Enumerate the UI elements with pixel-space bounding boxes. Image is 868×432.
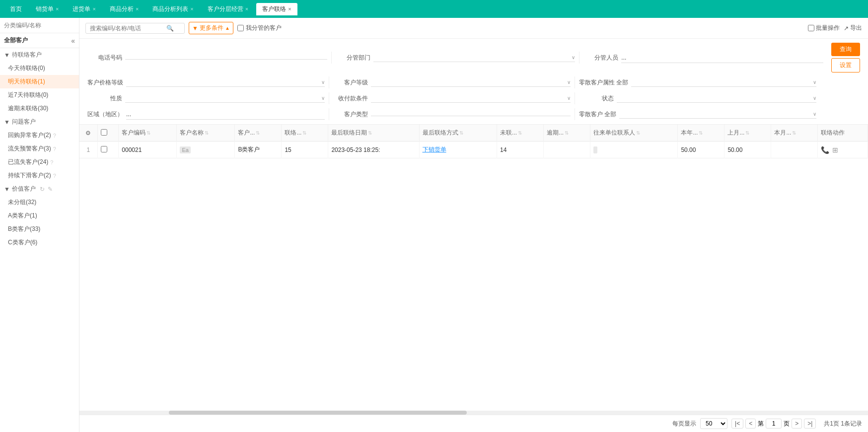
value-label: 价值客户: [12, 185, 36, 193]
search-bar: 🔍 ▼ 更多条件 ▲ 我分管的客户 批量操作 ↗ 导出: [79, 18, 868, 39]
sort-method-icon[interactable]: ⇅: [459, 130, 463, 136]
select-all-checkbox[interactable]: [101, 129, 107, 136]
continuous-drop-label: 持续下滑客户(2): [8, 171, 51, 180]
sidebar-group-pending[interactable]: ▼ 待联络客户: [0, 48, 79, 62]
all-customers-header[interactable]: 全部客户 «: [0, 33, 79, 48]
my-customers-checkbox[interactable]: [237, 25, 244, 31]
filter-customer-level-select[interactable]: ∨: [371, 78, 571, 87]
problem-label: 问题客户: [12, 118, 36, 126]
filter-payment-arrow: ∨: [567, 95, 571, 101]
sort-year-icon[interactable]: ⇅: [699, 130, 703, 136]
search-input-icon[interactable]: 🔍: [166, 25, 174, 32]
filter-payment: 收付款条件 ∨: [333, 94, 571, 103]
sidebar-item-overdue[interactable]: 逾期未联络(30): [0, 102, 79, 115]
horizontal-scrollbar[interactable]: [79, 411, 868, 415]
sidebar-item-tomorrow[interactable]: 明天待联络(1): [0, 75, 79, 88]
filter-person-select[interactable]: ...: [621, 53, 823, 63]
row-checkbox-cell[interactable]: [97, 142, 119, 158]
filter-dept-arrow: ∨: [572, 55, 575, 60]
nav-sales-close[interactable]: ×: [56, 6, 59, 12]
row-method-cell[interactable]: 下销货单: [419, 142, 497, 158]
export-btn[interactable]: ↗ 导出: [844, 24, 862, 32]
pager-last-btn[interactable]: >|: [804, 419, 816, 429]
sidebar: 🔍 全部客户 « ▼ 待联络客户 今天待联络(0) 明天待联络(1) 近7天待联…: [0, 18, 79, 432]
filter-phone-input[interactable]: [125, 56, 327, 60]
filter-payment-select[interactable]: ∨: [371, 94, 571, 103]
sidebar-item-today[interactable]: 今天待联络(0): [0, 62, 79, 75]
sort-last-month-icon[interactable]: ⇅: [745, 130, 749, 136]
batch-btn[interactable]: 批量操作: [808, 24, 840, 32]
sort-type-icon[interactable]: ⇅: [256, 130, 260, 136]
sort-this-month-icon[interactable]: ⇅: [792, 130, 796, 136]
value-refresh-icon[interactable]: ↻: [40, 186, 45, 193]
sidebar-group-problem[interactable]: ▼ 问题客户: [0, 115, 79, 129]
settings-btn[interactable]: 设置: [831, 58, 860, 72]
pager-next-btn[interactable]: >: [792, 419, 802, 429]
filter-retail-attr-select[interactable]: ∨: [631, 78, 816, 87]
row-actions-cell: 📞 ⊞: [818, 142, 868, 158]
my-customers-checkbox-label[interactable]: 我分管的客户: [237, 24, 282, 32]
filter-price-level-select[interactable]: ∨: [126, 78, 325, 87]
sidebar-item-c-class[interactable]: C类客户(6): [0, 236, 79, 249]
sort-unit-icon[interactable]: ⇅: [636, 130, 640, 136]
sidebar-item-lost[interactable]: 已流失客户(24) ?: [0, 155, 79, 169]
sidebar-item-b-class[interactable]: B类客户(33): [0, 222, 79, 236]
filter-status-select[interactable]: ∨: [617, 94, 816, 103]
sidebar-item-a-class[interactable]: A类客户(1): [0, 209, 79, 222]
sort-no-contact-icon[interactable]: ⇅: [518, 130, 522, 136]
sort-overdue-icon[interactable]: ⇅: [565, 130, 569, 136]
pager-first-btn[interactable]: |<: [731, 419, 743, 429]
filter-dept: 分管部门 ∨: [336, 53, 576, 62]
sidebar-item-ungroup[interactable]: 未分组(32): [0, 196, 79, 209]
th-checkbox[interactable]: [97, 125, 119, 142]
nav-home[interactable]: 首页: [4, 3, 28, 15]
nav-analysis[interactable]: 商品分析 ×: [104, 3, 145, 15]
nav-customer-contact[interactable]: 客户联络 ×: [256, 3, 297, 15]
row-unit-contact-cell: [590, 142, 678, 158]
last-contact-method-link[interactable]: 下销货单: [423, 146, 446, 153]
sort-code-icon[interactable]: ⇅: [146, 130, 150, 136]
per-page-select[interactable]: 50 20 100: [700, 418, 727, 429]
filter-customer-level: 客户等级 ∨: [333, 78, 571, 87]
value-edit-icon[interactable]: ✎: [48, 186, 53, 193]
sidebar-item-7days[interactable]: 近7天待联络(0): [0, 88, 79, 102]
nav-customer-tier[interactable]: 客户分层经营 ×: [202, 3, 254, 15]
collapse-icon[interactable]: «: [71, 37, 75, 45]
nav-sales[interactable]: 销货单 ×: [30, 3, 65, 15]
filter-row-4: 区域（地区） ... 客户类型 零散客户 全部 ∨: [87, 108, 860, 120]
grid-action-icon[interactable]: ⊞: [832, 146, 838, 154]
table-header-row: ⚙ 客户编码⇅ 客户名称⇅ 客户...⇅ 联络...⇅ 最后联络日期⇅ 最后联络…: [79, 125, 868, 142]
batch-checkbox[interactable]: [808, 25, 814, 31]
sidebar-search-input[interactable]: [4, 22, 78, 29]
row-last-month-cell: 50.00: [724, 142, 771, 158]
nav-purchase-close[interactable]: ×: [92, 6, 95, 12]
sidebar-item-continuous-drop[interactable]: 持续下滑客户(2) ?: [0, 169, 79, 182]
nav-customer-contact-close[interactable]: ×: [288, 6, 291, 12]
filter-dept-select[interactable]: ∨: [373, 53, 576, 62]
sort-date-icon[interactable]: ⇅: [368, 130, 372, 136]
filter-region-select[interactable]: ...: [126, 109, 325, 120]
nav-analysis-close[interactable]: ×: [136, 6, 139, 12]
scrollbar-thumb[interactable]: [169, 411, 467, 415]
row-checkbox[interactable]: [101, 146, 107, 152]
sidebar-item-repurchase[interactable]: 回购异常客户(2) ?: [0, 129, 79, 142]
phone-action-icon[interactable]: 📞: [821, 146, 829, 154]
nav-analysis-list-close[interactable]: ×: [190, 6, 193, 12]
filter-nature-select[interactable]: ∨: [125, 94, 325, 103]
sort-name-icon[interactable]: ⇅: [205, 130, 209, 136]
sidebar-group-value[interactable]: ▼ 价值客户 ↻ ✎: [0, 182, 79, 196]
filter-customer-type-select[interactable]: [371, 113, 571, 116]
search-input[interactable]: [90, 25, 164, 32]
nav-customer-tier-close[interactable]: ×: [245, 6, 248, 12]
filter-retail-select[interactable]: ∨: [619, 110, 816, 119]
th-settings[interactable]: ⚙: [79, 125, 97, 142]
query-btn[interactable]: 查询: [831, 43, 860, 56]
page-input[interactable]: [766, 419, 782, 429]
filter-divider-3: [329, 76, 329, 88]
more-filter-btn[interactable]: ▼ 更多条件 ▲: [189, 22, 233, 34]
nav-purchase[interactable]: 进货单 ×: [67, 3, 101, 15]
sort-contact-icon[interactable]: ⇅: [302, 130, 306, 136]
sidebar-item-lost-risk[interactable]: 流失预警客户(3) ?: [0, 142, 79, 155]
nav-analysis-list[interactable]: 商品分析列表 ×: [146, 3, 199, 15]
pager-prev-btn[interactable]: <: [745, 419, 756, 429]
